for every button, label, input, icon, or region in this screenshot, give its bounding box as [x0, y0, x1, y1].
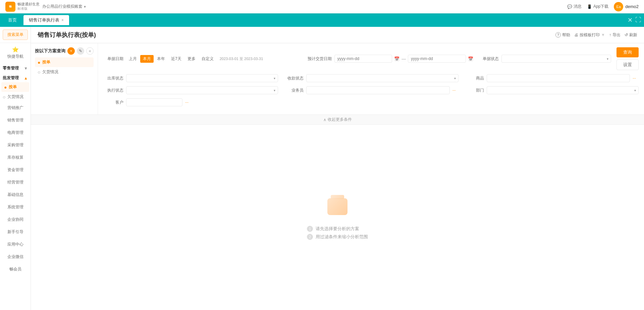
user-avatar[interactable]: Ea	[614, 2, 623, 11]
sidebar-item-quick-nav[interactable]: ⭐ 快捷导航	[0, 43, 31, 63]
status-control: ▾	[501, 55, 611, 63]
filter-item-goods: 商品 ···	[464, 74, 639, 82]
sidebar-item-enterprise[interactable]: 企业协同	[0, 213, 31, 226]
sidebar-item-marketing[interactable]: 营销推广	[0, 102, 31, 114]
header-right: 💬 消息 📱 App下载 Ea demo2	[567, 2, 639, 11]
sidebar-item-basic[interactable]: 基础信息	[0, 189, 31, 201]
sidebar-item-purchase[interactable]: 采购管理	[0, 139, 31, 151]
date-label: 单据日期	[103, 56, 123, 62]
receipt-control: ▾	[306, 74, 458, 82]
app-download-button[interactable]: 📱 App下载	[587, 4, 608, 9]
sidebar-item-sales[interactable]: 销售管理	[0, 114, 31, 126]
tab-active[interactable]: 销售订单执行表 ×	[23, 15, 69, 25]
tab-close-button[interactable]: ×	[61, 18, 64, 22]
tab-bar-actions: ✕ ⛶	[628, 16, 641, 24]
app-subtitle: 标准版	[17, 6, 40, 11]
collapse-more-bar[interactable]: ∧ 收起更多条件	[31, 114, 644, 125]
sidebar: 搜索菜单 ⭐ 快捷导航 零售管理 ▼ 批发管理 ▲ ● 按单 ○ 欠货情况 营销…	[0, 27, 31, 310]
sidebar-item-inventory[interactable]: 库存核算	[0, 151, 31, 164]
date-btn-last-month[interactable]: 上月	[126, 55, 140, 63]
customer-input[interactable]	[126, 98, 182, 106]
breadcrumb: 办公用品行业模拟账套 ▾	[42, 4, 86, 9]
export-button[interactable]: ↑ 导出	[609, 32, 621, 38]
user-area[interactable]: Ea demo2	[614, 2, 639, 11]
date-btn-this-month[interactable]: 本月	[140, 55, 154, 63]
sidebar-item-wechat[interactable]: 企业微信	[0, 251, 31, 263]
filter-row-1: 单据日期 上月 本月 本年 近7天 更多 自定义 2023-03-01 至 20…	[103, 47, 639, 70]
salesperson-more-button[interactable]: ···	[450, 87, 459, 94]
outbound-select[interactable]	[126, 74, 278, 82]
sidebar-search-area: 搜索菜单	[0, 27, 31, 43]
basic-label: 基础信息	[7, 192, 23, 198]
sidebar-item-apps[interactable]: 应用中心	[0, 238, 31, 251]
customer-control: ···	[126, 98, 191, 106]
sidebar-search-button[interactable]: 搜索菜单	[3, 30, 28, 40]
filter-item-customer: 客户 ···	[103, 98, 191, 106]
retail-arrow: ▼	[24, 66, 28, 71]
apps-label: 应用中心	[7, 242, 23, 247]
step-2-number: 2	[307, 234, 313, 240]
exec-select-wrapper: ▾	[126, 86, 278, 94]
outbound-label: 出库状态	[103, 75, 123, 81]
date-btn-last7[interactable]: 近7天	[168, 55, 184, 63]
filter-actions: 查询 设置	[616, 47, 639, 70]
date-btn-custom[interactable]: 自定义	[199, 55, 216, 63]
sidebar-item-newbie[interactable]: 新手引导	[0, 226, 31, 238]
app-download-label: App下载	[593, 4, 608, 9]
dept-select[interactable]	[487, 86, 639, 94]
active-tab-label: 销售订单执行表	[29, 17, 59, 23]
status-select[interactable]	[501, 55, 611, 63]
exec-label: 执行状态	[103, 88, 123, 93]
window-close-button[interactable]: ✕	[628, 16, 633, 24]
sidebar-sub-press-order[interactable]: ● 按单	[1, 82, 29, 92]
receipt-select[interactable]	[306, 74, 458, 82]
goods-label: 商品	[464, 75, 484, 81]
print-dropdown-icon: ▼	[601, 33, 605, 37]
customer-more-button[interactable]: ···	[182, 99, 191, 106]
expected-date-to[interactable]	[408, 55, 466, 63]
export-icon: ↑	[609, 33, 611, 37]
goods-input[interactable]	[487, 74, 630, 82]
exec-select[interactable]	[126, 86, 278, 94]
date-separator: —	[401, 56, 406, 61]
filter-item-receipt: 收款状态 ▾	[283, 74, 458, 82]
add-scheme-button[interactable]: +	[67, 47, 75, 55]
breadcrumb-arrow[interactable]: ▾	[84, 4, 86, 9]
tab-home[interactable]: 首页	[3, 15, 22, 25]
sidebar-item-operations[interactable]: 经营管理	[0, 176, 31, 189]
sidebar-item-ecommerce[interactable]: 电商管理	[0, 126, 31, 139]
help-button[interactable]: ? 帮助	[555, 32, 570, 38]
step-2-text: 用过滤条件来缩小分析范围	[316, 234, 368, 240]
date-btn-more[interactable]: 更多	[185, 55, 198, 63]
collapse-scheme-button[interactable]: «	[86, 47, 94, 55]
salesperson-input[interactable]	[306, 86, 449, 94]
message-button[interactable]: 💬 消息	[567, 4, 582, 9]
filter-fields-panel: 单据日期 上月 本月 本年 近7天 更多 自定义 2023-03-01 至 20…	[98, 43, 644, 114]
scheme-debt[interactable]: ○ 欠货情况	[35, 67, 94, 77]
settings-button[interactable]: 设置	[616, 59, 639, 70]
edit-scheme-button[interactable]: ✎	[77, 47, 84, 55]
sidebar-item-retail[interactable]: 零售管理 ▼	[0, 63, 31, 72]
sidebar-item-wholesale[interactable]: 批发管理 ▲	[0, 72, 31, 82]
sidebar-sub-debt[interactable]: ○ 欠货情况	[0, 92, 31, 102]
sidebar-item-finance[interactable]: 资金管理	[0, 164, 31, 176]
collapse-more-label: 收起更多条件	[328, 117, 352, 122]
template-print-button[interactable]: 🖨 按模板打印 ▼	[574, 32, 605, 38]
expected-date-from[interactable]	[334, 55, 392, 63]
date-from-icon[interactable]: 📅	[394, 56, 399, 61]
scheme-press-order[interactable]: ● 按单	[35, 57, 94, 67]
wechat-label: 企业微信	[7, 254, 23, 260]
goods-more-button[interactable]: ···	[630, 74, 639, 82]
sidebar-item-system[interactable]: 系统管理	[0, 201, 31, 213]
help-icon: ?	[555, 32, 561, 38]
filter-item-exec: 执行状态 ▾	[103, 86, 278, 94]
window-expand-button[interactable]: ⛶	[635, 16, 641, 24]
date-to-icon[interactable]: 📅	[468, 56, 473, 61]
refresh-button[interactable]: ↺ 刷新	[625, 32, 637, 38]
ecommerce-label: 电商管理	[7, 130, 23, 136]
logo-text-area: 畅捷通好生意 标准版	[17, 2, 40, 11]
search-button[interactable]: 查询	[616, 47, 639, 57]
step-1-number: 1	[307, 226, 313, 232]
date-btn-this-year[interactable]: 本年	[154, 55, 168, 63]
sidebar-item-member[interactable]: 畅会员	[0, 263, 31, 275]
